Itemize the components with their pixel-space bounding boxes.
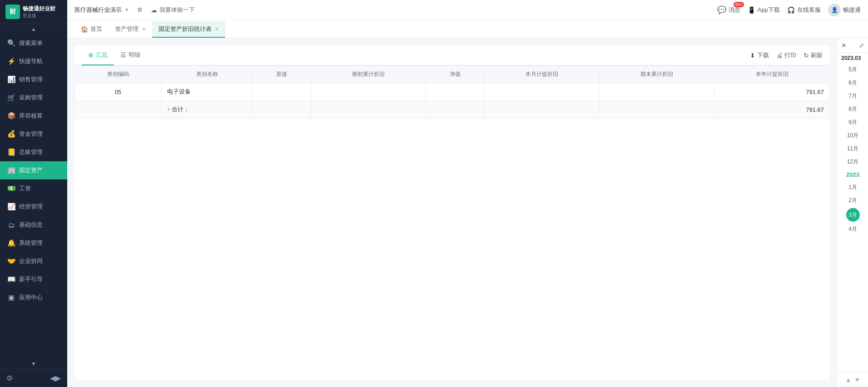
right-panel-up-icon[interactable]: ▲ (845, 376, 852, 383)
enterprise-icon: 🤝 (7, 257, 15, 265)
funds-icon: 💰 (7, 130, 15, 138)
sidebar-item-basic-info[interactable]: 🗂 基础信息 (0, 216, 67, 234)
total-ending-dep (599, 101, 714, 119)
search-icon: 🔍 (7, 39, 15, 47)
sidebar-item-fixed-asset[interactable]: 🏢 固定资产 (0, 161, 67, 179)
month-4[interactable]: 4月 (838, 223, 868, 236)
tab-fixed-asset-depreciation[interactable]: 固定资产折旧统计表 ✕ (152, 21, 225, 38)
row-original-value (253, 83, 311, 101)
month-6[interactable]: 6月 (838, 76, 868, 89)
purchase-icon: 🛒 (7, 94, 15, 102)
month-7[interactable]: 7月 (838, 89, 868, 103)
row-net-value (426, 83, 484, 101)
sidebar: 财 畅捷通好业财 普及版 ▲ 🔍 搜索菜单 ⚡ 快捷导航 📊 销售管理 🛒 采购… (0, 0, 67, 387)
sidebar-item-operations[interactable]: 📈 经营管理 (0, 198, 67, 216)
quick-nav-icon: ⚡ (7, 57, 15, 65)
sidebar-item-system[interactable]: 🔔 系统管理 (0, 234, 67, 252)
tab-asset-management-close[interactable]: ✕ (142, 26, 146, 32)
sidebar-item-payroll[interactable]: 💵 工资 (0, 179, 67, 198)
panel-tabs: ⊕ 汇总 ☰ 明细 ⬇ 下载 🖨 (74, 45, 830, 65)
total-expand-icon[interactable]: + (167, 106, 170, 113)
logo-icon: 财 (5, 5, 20, 19)
sidebar-scroll-up[interactable]: ▲ (0, 24, 67, 34)
row-ending-dep (599, 83, 714, 101)
header: 医疗器械行业演示 ▼ ⚙ ☁ 我要体验一下 💬 消息 99+ 📱 App下载 (67, 0, 868, 20)
month-8[interactable]: 8月 (838, 103, 868, 116)
tab-asset-management[interactable]: 资产管理 ✕ (109, 21, 152, 38)
month-10[interactable]: 10月 (838, 129, 868, 142)
right-date-panel: ✕ ⤢ 2023.03 5月 6月 7月 8月 9月 10月 11月 12月 2… (837, 38, 868, 387)
total-original-value (253, 101, 311, 119)
row-name: 电子设备 (161, 83, 253, 101)
col-code: 类别编码 (75, 66, 162, 83)
col-annual-depreciation: 本年计提折旧 (714, 66, 830, 83)
total-beginning-dep (311, 101, 426, 119)
right-panel-close-icon[interactable]: ✕ (841, 42, 847, 49)
right-panel-header: ✕ ⤢ (838, 38, 868, 53)
company-name: 医疗器械行业演示 (74, 6, 122, 14)
sidebar-item-funds[interactable]: 💰 资金管理 (0, 125, 67, 143)
company-selector[interactable]: 医疗器械行业演示 ▼ (74, 6, 129, 14)
print-icon: 🖨 (776, 52, 783, 59)
experience-button[interactable]: ☁ 我要体验一下 (151, 6, 195, 14)
sidebar-item-sales[interactable]: 📊 销售管理 (0, 70, 67, 89)
total-net-value (426, 101, 484, 119)
month-11[interactable]: 11月 (838, 142, 868, 155)
download-button[interactable]: ⬇ 下载 (750, 51, 769, 60)
total-annual-dep: 791.67 (714, 101, 830, 119)
ledger-icon: 📒 (7, 148, 15, 156)
month-5[interactable]: 5月 (838, 63, 868, 76)
tab-home[interactable]: 🏠 首页 (74, 21, 109, 38)
right-panel-bottom: ▲ ▼ (838, 372, 868, 387)
right-panel-expand-icon[interactable]: ⤢ (859, 42, 864, 49)
user-profile-button[interactable]: 👤 畅捷通 (828, 4, 861, 16)
collapse-sidebar-icon[interactable]: ◀▶ (50, 374, 61, 382)
avatar: 👤 (828, 4, 841, 16)
message-button[interactable]: 💬 消息 99+ (717, 5, 740, 14)
operations-icon: 📈 (7, 203, 15, 211)
sidebar-logo: 财 畅捷通好业财 普及版 (0, 0, 67, 24)
col-name: 类别名称 (161, 66, 253, 83)
inventory-icon: 📦 (7, 112, 15, 120)
basic-info-icon: 🗂 (7, 221, 15, 229)
sidebar-item-search[interactable]: 🔍 搜索菜单 (0, 34, 67, 52)
month-1[interactable]: 1月 (838, 181, 868, 194)
sidebar-item-inventory[interactable]: 📦 库存核算 (0, 107, 67, 125)
month-2[interactable]: 2月 (838, 194, 868, 207)
sidebar-menu: 🔍 搜索菜单 ⚡ 快捷导航 📊 销售管理 🛒 采购管理 📦 库存核算 💰 资金管… (0, 34, 67, 359)
sidebar-bottom: ⚙ ◀▶ (0, 369, 67, 387)
sidebar-item-purchase[interactable]: 🛒 采购管理 (0, 89, 67, 107)
month-3-active[interactable]: 3月 (846, 208, 860, 222)
sidebar-item-enterprise[interactable]: 🤝 企业协同 (0, 252, 67, 270)
refresh-button[interactable]: ↻ 刷新 (804, 51, 823, 60)
message-badge: 99+ (734, 2, 744, 7)
sidebar-item-quick-nav[interactable]: ⚡ 快捷导航 (0, 52, 67, 70)
customer-service-button[interactable]: 🎧 在线客服 (787, 6, 821, 14)
app-download-button[interactable]: 📱 App下载 (748, 6, 780, 14)
table-total-row: + 合计： 791.67 (75, 101, 830, 119)
sidebar-item-app-center[interactable]: ▣ 应用中心 (0, 288, 67, 307)
sidebar-item-ledger[interactable]: 📒 总账管理 (0, 143, 67, 161)
app-center-icon: ▣ (7, 293, 15, 302)
year-2023-label: 2023 (838, 169, 868, 181)
col-ending-depreciation: 期末累计折旧 (599, 66, 714, 83)
row-annual-dep: 791.67 (714, 83, 830, 101)
month-12[interactable]: 12月 (838, 155, 868, 169)
sidebar-item-guide[interactable]: 📖 新手引导 (0, 270, 67, 288)
right-panel-down-icon[interactable]: ▼ (854, 376, 861, 383)
panel-tab-detail[interactable]: ☰ 明细 (114, 45, 147, 65)
home-icon: 🏠 (81, 26, 88, 33)
col-beginning-depreciation: 期初累计折旧 (311, 66, 426, 83)
depreciation-table: 类别编码 类别名称 原值 期初累计折旧 净值 本月计提折旧 期末累计折旧 本年计… (74, 65, 830, 119)
right-panel-months: 5月 6月 7月 8月 9月 10月 11月 12月 2023 1月 2月 3月… (838, 63, 868, 372)
panel-tab-summary[interactable]: ⊕ 汇总 (82, 45, 114, 65)
table-row: 05 电子设备 791.67 (75, 83, 830, 101)
header-settings-button[interactable]: ⚙ (134, 4, 146, 16)
detail-tab-icon: ☰ (120, 51, 126, 59)
sales-icon: 📊 (7, 75, 15, 84)
print-button[interactable]: 🖨 打印 (776, 51, 796, 60)
tab-fixed-asset-close[interactable]: ✕ (215, 26, 219, 32)
settings-gear-icon[interactable]: ⚙ (6, 374, 13, 382)
sidebar-scroll-down[interactable]: ▼ (0, 359, 67, 369)
month-9[interactable]: 9月 (838, 116, 868, 129)
